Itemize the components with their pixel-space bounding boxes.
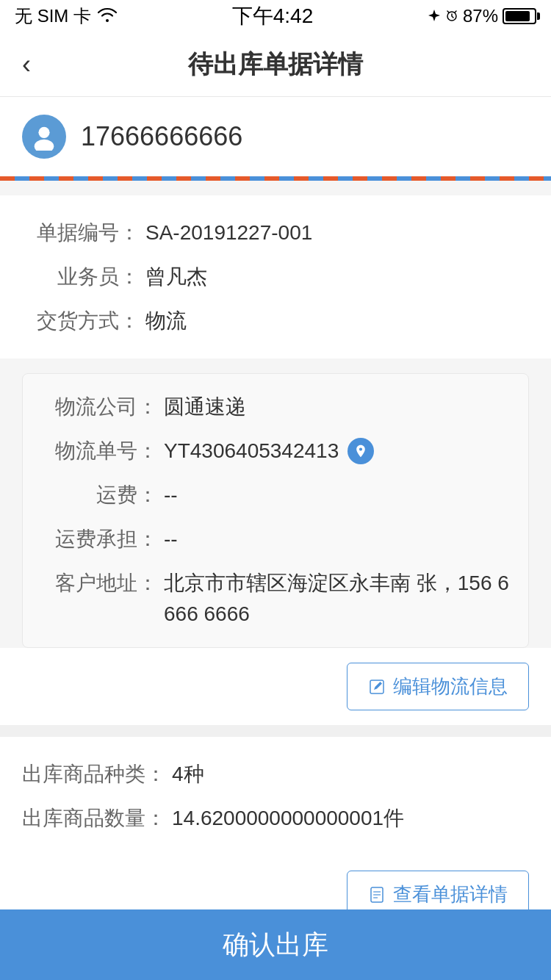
avatar-icon xyxy=(30,123,58,151)
edit-logistics-button[interactable]: 编辑物流信息 xyxy=(347,663,529,710)
delivery-type-label: 交货方式： xyxy=(22,306,140,336)
status-right: 87% xyxy=(428,6,536,26)
freight-bearer-label: 运费承担： xyxy=(40,524,158,555)
goods-quantity-value: 14.620000000000​0001件 xyxy=(172,803,529,834)
address-label: 客户地址： xyxy=(40,568,158,599)
carrier-label: 无 SIM 卡 xyxy=(15,4,91,28)
nav-bar: ‹ 待出库单据详情 xyxy=(0,32,551,97)
battery-percentage: 87% xyxy=(463,6,498,26)
address-value: 北京市市辖区海淀区永丰南 张，156 6666 6666 xyxy=(164,568,511,630)
confirm-btn-label: 确认出库 xyxy=(223,927,328,963)
location-arrow-icon xyxy=(428,6,441,26)
page-title: 待出库单据详情 xyxy=(188,48,363,82)
section-divider xyxy=(0,725,551,737)
freight-value: -- xyxy=(164,480,511,511)
wifi-icon xyxy=(97,6,118,26)
customer-header: 17666666666 xyxy=(0,97,551,176)
logistics-card: 物流公司： 圆通速递 物流单号： YT43064053424​13 运费： --… xyxy=(22,373,529,648)
view-detail-label: 查看单据详情 xyxy=(393,882,508,907)
goods-types-value: 4种 xyxy=(172,759,529,790)
goods-quantity-label: 出库商品数量： xyxy=(22,803,166,834)
tracking-no-text: YT43064053424​13 xyxy=(164,436,339,466)
delivery-type-row: 交货方式： 物流 xyxy=(22,306,529,336)
battery-icon xyxy=(503,8,536,24)
edit-btn-label: 编辑物流信息 xyxy=(393,674,508,699)
goods-quantity-row: 出库商品数量： 14.620000000000​0001件 xyxy=(22,803,529,834)
battery-fill xyxy=(505,11,530,21)
map-location-icon[interactable] xyxy=(347,438,374,464)
address-row: 客户地址： 北京市市辖区海淀区永丰南 张，156 6666 6666 xyxy=(40,568,511,630)
goods-section: 出库商品种类： 4种 出库商品数量： 14.620000000000​0001件 xyxy=(0,737,551,856)
tracking-no-value: YT43064053424​13 xyxy=(164,436,511,466)
freight-bearer-row: 运费承担： -- xyxy=(40,524,511,555)
logistics-company-value: 圆通速递 xyxy=(164,392,511,422)
order-no-value: SA-20191227-001 xyxy=(145,217,529,248)
tracking-no-row: 物流单号： YT43064053424​13 xyxy=(40,436,511,466)
dashed-divider xyxy=(0,176,551,181)
status-left: 无 SIM 卡 xyxy=(15,4,118,28)
order-info-section: 单据编号： SA-20191227-001 业务员： 曾凡杰 交货方式： 物流 xyxy=(0,195,551,359)
order-no-row: 单据编号： SA-20191227-001 xyxy=(22,217,529,248)
salesman-row: 业务员： 曾凡杰 xyxy=(22,262,529,292)
back-button[interactable]: ‹ xyxy=(22,49,31,80)
confirm-outbound-button[interactable]: 确认出库 xyxy=(0,909,551,980)
tracking-no-label: 物流单号： xyxy=(40,436,158,466)
time-label: 下午4:42 xyxy=(232,2,314,30)
freight-bearer-value: -- xyxy=(164,524,511,555)
edit-icon xyxy=(368,678,386,696)
edit-btn-container: 编辑物流信息 xyxy=(0,648,551,725)
order-no-label: 单据编号： xyxy=(22,217,140,248)
goods-types-row: 出库商品种类： 4种 xyxy=(22,759,529,790)
goods-types-label: 出库商品种类： xyxy=(22,759,166,790)
status-bar: 无 SIM 卡 下午4:42 87% xyxy=(0,0,551,32)
freight-label: 运费： xyxy=(40,480,158,511)
pin-icon xyxy=(353,444,368,458)
alarm-icon xyxy=(445,6,458,26)
salesman-value: 曾凡杰 xyxy=(145,262,529,292)
delivery-type-value: 物流 xyxy=(145,306,529,336)
document-icon xyxy=(368,886,386,904)
svg-point-2 xyxy=(35,140,54,151)
customer-phone: 17666666666 xyxy=(81,121,242,152)
logistics-company-row: 物流公司： 圆通速递 xyxy=(40,392,511,422)
salesman-label: 业务员： xyxy=(22,262,140,292)
avatar xyxy=(22,115,66,159)
logistics-company-label: 物流公司： xyxy=(40,392,158,422)
svg-point-1 xyxy=(38,127,49,138)
freight-row: 运费： -- xyxy=(40,480,511,511)
